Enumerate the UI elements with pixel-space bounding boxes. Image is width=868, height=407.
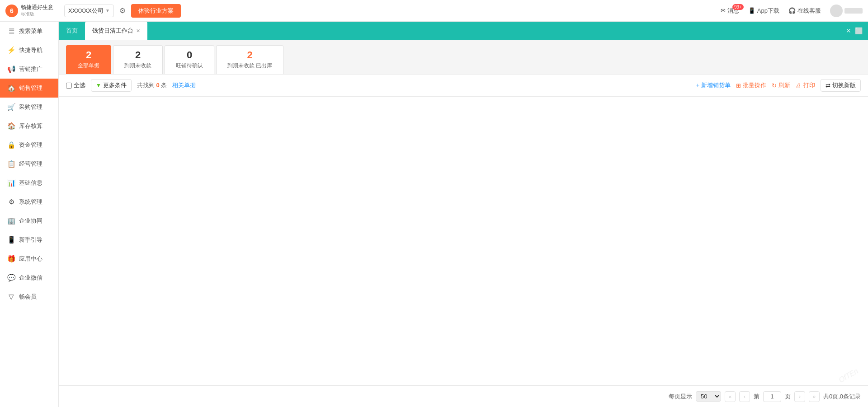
message-item[interactable]: ✉ 消息 99+ xyxy=(721,7,739,15)
page-input[interactable] xyxy=(763,391,781,402)
sidebar-item-enterprise[interactable]: 🏢 企业协同 xyxy=(0,211,58,230)
service-icon: 🎧 xyxy=(788,7,796,14)
sidebar-item-quick-nav[interactable]: ⚡ 快捷导航 xyxy=(0,41,58,60)
per-page-select[interactable]: 50 100 200 xyxy=(696,391,721,402)
sidebar-item-finance[interactable]: 🔒 资金管理 xyxy=(0,136,58,154)
sidebar-item-label: 基础信息 xyxy=(19,179,42,187)
sidebar-item-purchase[interactable]: 🛒 采购管理 xyxy=(0,98,58,117)
page-suffix: 页 xyxy=(785,393,791,401)
tab-cashflow-close-icon[interactable]: ✕ xyxy=(136,28,140,34)
sidebar-item-enterprise-wx[interactable]: 💬 企业微信 xyxy=(0,268,58,287)
stat-overdue-label: 到期未收款 xyxy=(124,62,151,70)
sidebar-item-search-menu[interactable]: ☰ 搜索菜单 xyxy=(0,22,58,41)
sidebar-item-inventory[interactable]: 🏠 库存核算 xyxy=(0,117,58,136)
count-prefix: 共找到 xyxy=(137,82,155,89)
sidebar-item-marketing[interactable]: 📢 营销推广 xyxy=(0,60,58,79)
sidebar-item-guide[interactable]: 📱 新手引导 xyxy=(0,230,58,249)
sidebar-item-label: 搜索菜单 xyxy=(19,27,42,35)
tab-maximize-icon[interactable]: ⬜ xyxy=(855,27,863,34)
message-badge: 99+ xyxy=(732,4,744,10)
logo-icon: 6 xyxy=(5,5,18,17)
user-name xyxy=(844,8,863,14)
app-download-label: App下载 xyxy=(757,7,779,15)
main-content: 2 全部单据 2 到期未收款 0 旺铺待确认 2 到期未收款 已出库 全选 xyxy=(59,40,868,407)
company-selector[interactable]: XXXXXX公司 ▼ xyxy=(64,5,114,17)
purchase-icon: 🛒 xyxy=(7,103,15,111)
per-page-label: 每页显示 xyxy=(669,393,692,401)
select-all-checkbox[interactable]: 全选 xyxy=(66,81,85,89)
sales-icon: 🏠 xyxy=(7,84,15,92)
sidebar: ☰ 搜索菜单 ⚡ 快捷导航 📢 营销推广 🏠 销售管理 🛒 采购管理 🏠 库存核… xyxy=(0,22,59,407)
tab-home[interactable]: 首页 xyxy=(59,22,85,40)
switch-label: 切换新版 xyxy=(832,81,856,89)
prev-page-button[interactable]: ‹ xyxy=(739,391,750,402)
count-info: 共找到 0 条 xyxy=(137,81,167,89)
system-icon: ⚙ xyxy=(7,198,15,206)
search-menu-icon: ☰ xyxy=(7,27,15,35)
tab-close-icon[interactable]: ✕ xyxy=(846,27,851,34)
stat-pending-num: 0 xyxy=(187,49,192,61)
stat-pending-label: 旺铺待确认 xyxy=(176,62,203,70)
download-icon: 📱 xyxy=(748,7,755,14)
print-label: 打印 xyxy=(803,81,815,89)
basic-info-icon: 📊 xyxy=(7,179,15,187)
app-title: 畅捷通好生意 xyxy=(21,4,53,11)
sidebar-item-sales[interactable]: 🏠 销售管理 xyxy=(0,79,58,98)
sidebar-item-label: 资金管理 xyxy=(19,141,42,149)
stat-tab-shipped[interactable]: 2 到期未收款 已出库 xyxy=(216,45,283,74)
header-right: ✉ 消息 99+ 📱 App下载 🎧 在线客服 xyxy=(721,5,863,17)
sidebar-item-vip[interactable]: ▽ 畅会员 xyxy=(0,287,58,306)
print-button[interactable]: 🖨 打印 xyxy=(796,81,815,89)
next-page-button[interactable]: › xyxy=(794,391,805,402)
sidebar-item-label: 应用中心 xyxy=(19,255,42,263)
sidebar-item-basic-info[interactable]: 📊 基础信息 xyxy=(0,173,58,192)
stat-tab-overdue[interactable]: 2 到期未收款 xyxy=(113,45,163,74)
sidebar-item-label: 库存核算 xyxy=(19,122,42,130)
pagination: 每页显示 50 100 200 « ‹ 第 页 › » 共0页,0条记录 xyxy=(59,385,868,407)
settings-icon[interactable]: ⚙ xyxy=(119,6,126,15)
tab-cashflow[interactable]: 钱货日清工作台 ✕ xyxy=(85,22,147,40)
tab-cashflow-label: 钱货日清工作台 xyxy=(92,27,133,35)
first-page-button[interactable]: « xyxy=(725,391,736,402)
total-info: 共0页,0条记录 xyxy=(823,393,861,401)
finance-icon: 🔒 xyxy=(7,141,15,149)
message-icon: ✉ xyxy=(721,7,726,14)
related-doc-link[interactable]: 相关单据 xyxy=(172,81,196,89)
refresh-button[interactable]: ↻ 刷新 xyxy=(772,81,790,89)
stat-tab-all[interactable]: 2 全部单据 xyxy=(66,45,111,74)
print-icon: 🖨 xyxy=(796,82,802,89)
guide-icon: 📱 xyxy=(7,236,15,244)
inventory-icon: 🏠 xyxy=(7,122,15,130)
stat-all-label: 全部单据 xyxy=(78,62,99,70)
company-arrow-icon: ▼ xyxy=(105,8,110,13)
avatar-area[interactable] xyxy=(830,5,863,17)
sidebar-item-label: 销售管理 xyxy=(19,84,42,92)
select-all-input[interactable] xyxy=(66,83,72,89)
online-service-label: 在线客服 xyxy=(797,7,821,15)
logo-area: 6 畅捷通好生意 标准版 xyxy=(5,4,64,18)
stat-tab-pending[interactable]: 0 旺铺待确认 xyxy=(165,45,214,74)
last-page-button[interactable]: » xyxy=(809,391,820,402)
add-sale-order-button[interactable]: + 新增销货单 xyxy=(696,81,731,89)
nav-tabs: 首页 钱货日清工作台 ✕ ✕ ⬜ xyxy=(59,22,868,40)
sidebar-item-operations[interactable]: 📋 经营管理 xyxy=(0,154,58,173)
sidebar-item-label: 企业协同 xyxy=(19,217,42,225)
sidebar-item-system[interactable]: ⚙ 系统管理 xyxy=(0,192,58,211)
batch-operation-button[interactable]: ⊞ 批量操作 xyxy=(736,81,766,89)
enterprise-icon: 🏢 xyxy=(7,217,15,225)
count-num: 0 xyxy=(156,82,160,89)
sidebar-item-app-center[interactable]: 🎁 应用中心 xyxy=(0,249,58,268)
switch-icon: ⇄ xyxy=(826,82,830,89)
sidebar-item-label: 系统管理 xyxy=(19,198,42,206)
switch-version-button[interactable]: ⇄ 切换新版 xyxy=(821,79,861,92)
avatar xyxy=(830,5,843,17)
sidebar-item-label: 经营管理 xyxy=(19,160,42,168)
online-service-item[interactable]: 🎧 在线客服 xyxy=(788,7,821,15)
stat-shipped-label: 到期未收款 已出库 xyxy=(227,62,272,70)
trial-button[interactable]: 体验行业方案 xyxy=(131,4,181,18)
sidebar-item-label: 采购管理 xyxy=(19,103,42,111)
marketing-icon: 📢 xyxy=(7,65,15,73)
batch-icon: ⊞ xyxy=(736,82,741,89)
filter-button[interactable]: ▼ 更多条件 xyxy=(91,79,132,92)
app-download-item[interactable]: 📱 App下载 xyxy=(748,7,779,15)
